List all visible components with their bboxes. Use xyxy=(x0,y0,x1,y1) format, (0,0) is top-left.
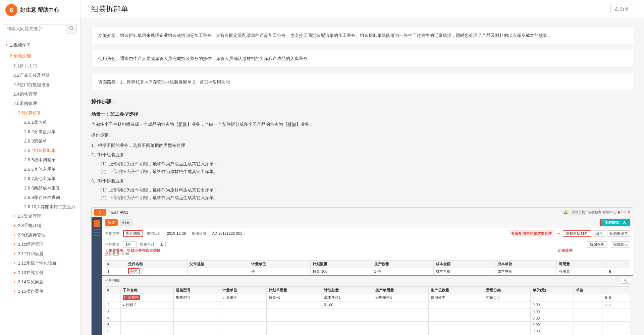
mock-tab-new: 新建 xyxy=(105,219,118,226)
mock-child-section: 子件明细 🔧 # 子件名称 规格型号 计量单位 计划单用量 xyxy=(102,275,633,335)
screenshot-mockup: 6 TEST-H002 🔔 App下载 在线检测 帮助中心 ◉ CC ✕ xyxy=(91,207,633,335)
svg-line-1 xyxy=(72,29,74,31)
sidebar-item-2.6.1[interactable]: 2.6.1盘点单 xyxy=(21,118,80,127)
app-title: 好生意 帮助中心 xyxy=(20,7,59,14)
mock-parent-table: # 父件名称 父件规格 计量单位 计划数量 生产数量 成本金额 成本单价 可用量 xyxy=(105,260,630,275)
mock-child-table: # 子件名称 规格型号 计量单位 计划单用量 计划总量 生产单用量 生产总数量 … xyxy=(105,286,630,335)
sidebar-item-2.6.6[interactable]: 2.6.6其他入库单 xyxy=(21,165,80,174)
sidebar-item-2.3[interactable]: 2.3使用前数据准备 xyxy=(11,80,80,90)
main-header: 组装拆卸单 分享 xyxy=(80,0,644,18)
mock-logo: 6 xyxy=(94,209,106,216)
role-intro-text: 使用角色：通常由生产人员或库管人员完成拆装业务的操作，库管人员确认原材料的出库和… xyxy=(98,56,308,61)
share-button[interactable]: 分享 xyxy=(610,4,633,14)
mock-company-field: 所属仓库 xyxy=(587,241,607,248)
annotation-approve: ↑ 启用处理 xyxy=(555,248,573,253)
sidebar-item-2.13[interactable]: + 2.13在线支付 xyxy=(11,268,80,277)
sidebar-item-2.8[interactable]: + 2.8手机旺铺 xyxy=(11,221,80,230)
annotation-type-select: ↑ 组装业务、拆卸业务在这里选择 xyxy=(106,248,160,253)
path-intro-block: 页面路径：1、库存核算->库存管理->组装拆卸单 2、首页->常用功能 xyxy=(91,73,633,91)
svg-point-0 xyxy=(70,26,73,30)
ops-steps-label: 操作步骤： xyxy=(91,131,633,139)
expand-icon-video: + xyxy=(5,43,8,48)
mock-tabs-row: 新建 列表 预测数据一天 xyxy=(102,217,633,228)
sidebar-label-video: 1.视频学习 xyxy=(10,42,31,48)
sidebar-item-2.2[interactable]: 2.2产品安装及登录 xyxy=(11,71,80,80)
sidebar-item-2.6.8[interactable]: 2.6.8商品成本重算 xyxy=(21,183,80,193)
table-row: 2 ▸ 件料 2 31.00 0.00 xyxy=(105,301,630,309)
nav-list: + 1.视频学习 − 2.帮助文档 2.1新手入门 2.2产品安装及登录 2.3… xyxy=(0,37,80,299)
mock-extra-btn1: 编号 xyxy=(593,230,605,237)
collapse-icon-2.6: − xyxy=(13,111,16,115)
step3-label: 3、对于拆装业务 xyxy=(91,177,633,185)
mock-company-num: AD-20191226-001 xyxy=(210,231,245,236)
sidebar-item-2.9[interactable]: + 2.9优惠券管理 xyxy=(11,230,80,240)
step3-1: （1）上部明细为父件明细，最终作为原材料生成其它出库单； xyxy=(98,186,633,194)
path-intro-text: 页面路径：1、库存核算->库存管理->组装拆卸单 2、首页->常用功能 xyxy=(98,79,230,85)
scene1-title: 场景一：加工类型选择 xyxy=(91,110,633,118)
sidebar-item-2.15[interactable]: + 2.15操作案例 xyxy=(11,287,80,296)
sidebar-label-docs: 2.帮助文档 xyxy=(10,53,31,59)
sidebar-item-2.1[interactable]: 2.1新手入门 xyxy=(11,61,80,71)
sidebar-item-2.5[interactable]: 2.5采购管理 xyxy=(11,99,80,108)
sidebar-item-2.6.2[interactable]: 2.6.2分量盘点单 xyxy=(21,127,80,136)
sidebar-item-2.6.9[interactable]: 2.6.9库存账本查询 xyxy=(21,193,80,202)
share-icon xyxy=(615,7,619,11)
content-area: 功能介绍：组装拆卸单用来处理企业组装或拆卸等加工业务，支持有固定装配清单的产品加… xyxy=(80,18,644,335)
logo-icon: 6 xyxy=(5,4,17,16)
mock-titlebar-text: TEST-H002 xyxy=(109,210,128,214)
table-row: 组装规格 规格型号 计量单位 数量+1 成本单价1 采购单价1 费用分类 初价(… xyxy=(105,294,630,301)
collapse-icon-docs: − xyxy=(5,54,8,58)
sidebar-item-2.6[interactable]: − 2.6库存核算 xyxy=(11,108,80,118)
feature-intro-text: 功能介绍：组装拆卸单用来处理企业组装或拆卸等加工业务，支持有固定装配清单的产品加… xyxy=(98,33,552,38)
table-row: 40.00 xyxy=(105,315,630,321)
mock-doc-type: 库存调拨 xyxy=(123,230,143,237)
step2-1: （1）上部明细为父件明细，最终作为产成品生成其它入库单； xyxy=(98,160,633,168)
mock-select-type: 选择对应材料 xyxy=(563,230,591,237)
mock-form-row2: 子件数量 1件 数量合计 1/ ↑ 组装业务、拆卸业务在这里选择 所属仓库 ↑ … xyxy=(102,239,633,250)
sidebar-item-2.6.4[interactable]: 2.6.4组装拆卸单 xyxy=(21,146,80,155)
mock-titlebar: 6 TEST-H002 🔔 App下载 在线检测 帮助中心 ◉ CC ✕ xyxy=(92,208,633,217)
step3-2: （2）下部明细为子件明细，最终作为产成品生成其它入库单。 xyxy=(98,194,633,202)
sidebar-item-video[interactable]: + 1.视频学习 xyxy=(0,40,80,51)
sidebar-item-2.14[interactable]: + 2.14常见问题 xyxy=(11,277,80,287)
steps-block: 操作步骤： 场景一：加工类型选择 当由多个子件材料组装成一个成品的业务为【组装】… xyxy=(91,97,633,202)
table-row: 1 采光 件 数量-100 1 件 成本单价 成本单价 可用量 ⊕ xyxy=(105,268,630,275)
sidebar-item-2.12[interactable]: + 2.12系统个性化设置 xyxy=(11,259,80,268)
search-input[interactable] xyxy=(4,24,66,33)
mock-date: 2019-12-26 xyxy=(165,231,188,236)
page-title: 组装拆卸单 xyxy=(91,4,128,14)
mock-extra-btn2: 其他来源单 xyxy=(607,230,630,237)
nav-sub-docs: 2.1新手入门 2.2产品安装及登录 2.3使用前数据准备 2.4销售管理 2.… xyxy=(0,61,80,296)
step2-2: （2）下部明细为子件明细，最终作为原材料生成其它出库单。 xyxy=(98,168,633,175)
sidebar-item-2.6.10[interactable]: 2.6.10库存账本错了怎么办 xyxy=(21,202,80,212)
mock-tab-list: 列表 xyxy=(120,219,132,226)
sidebar: 6 好生意 帮助中心 + 1.视频学习 − 2.帮助文档 2.1新手入门 2.2… xyxy=(0,0,80,335)
step2-label: 2、对于组装业务 xyxy=(91,151,633,159)
search-button[interactable] xyxy=(66,24,77,34)
main-area: 组装拆卸单 分享 功能介绍：组装拆卸单用来处理企业组装或拆卸等加工业务，支持有固… xyxy=(80,0,644,335)
sidebar-item-2.11[interactable]: + 2.11打印设置 xyxy=(11,249,80,259)
search-box xyxy=(0,20,80,37)
mock-preload-btn: 预测数据一天 xyxy=(600,219,630,226)
table-row: 60.00 xyxy=(105,328,630,334)
sidebar-item-2.7[interactable]: + 2.7资金管理 xyxy=(11,212,80,221)
sidebar-item-2.4[interactable]: 2.4销售管理 xyxy=(11,90,80,99)
annotation-has-bom: 有装配清单的在这里处理 xyxy=(509,230,554,237)
table-row: 30.00 xyxy=(105,309,630,315)
step1: 1、根据不同的业务，选择不同单据的类型来处理 xyxy=(91,142,633,149)
ops-title: 操作步骤： xyxy=(91,97,633,106)
mock-form-row1: 单据类型 库存调拨 单据日期 2019-12-26 集团公司 AD-201912… xyxy=(102,228,633,239)
role-intro-block: 使用角色：通常由生产人员或库管人员完成拆装业务的操作，库管人员确认原材料的出库和… xyxy=(91,50,633,67)
sidebar-item-2.6.3[interactable]: 2.6.3调拨单 xyxy=(21,136,80,146)
sidebar-item-2.6.7[interactable]: 2.6.7其他出库单 xyxy=(21,174,80,183)
mock-parent-table-section: 父件数量: 0.00 # 父件名称 父件规格 计量单位 计划数量 生 xyxy=(102,250,633,275)
nav-sub-2.6: 2.6.1盘点单 2.6.2分量盘点单 2.6.3调拨单 2.6.4组装拆卸单 … xyxy=(11,118,80,212)
feature-intro-block: 功能介绍：组装拆卸单用来处理企业组装或拆卸等加工业务，支持有固定装配清单的产品加… xyxy=(91,26,633,44)
sidebar-item-2.6.5[interactable]: 2.6.5成本调整单 xyxy=(21,155,80,165)
sidebar-item-2.10[interactable]: + 2.10经营管理 xyxy=(11,240,80,249)
scene1-desc: 当由多个子件材料组装成一个成品的业务为【组装】业务，当由一个父件拆分成多个子产品… xyxy=(91,120,633,128)
mock-left-nav xyxy=(92,217,102,335)
sidebar-header: 6 好生意 帮助中心 xyxy=(0,0,80,20)
table-row: 50.00 xyxy=(105,321,630,328)
sidebar-item-docs[interactable]: − 2.帮助文档 xyxy=(0,51,80,61)
